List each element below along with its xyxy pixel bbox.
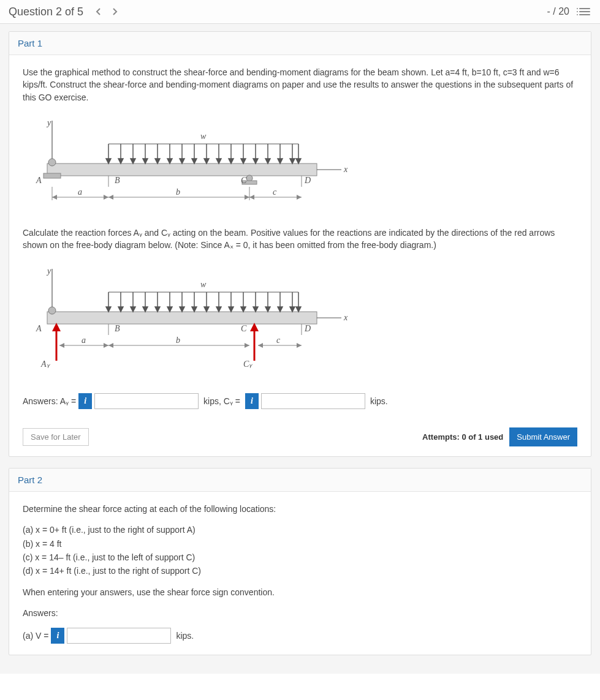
- loc-b: (b) x = 4 ft: [23, 538, 577, 550]
- svg-marker-80: [155, 307, 160, 312]
- svg-text:Aᵧ: Aᵧ: [40, 359, 51, 369]
- question-header: Question 2 of 5 - / 20: [0, 0, 600, 24]
- svg-text:w: w: [200, 280, 207, 289]
- svg-text:x: x: [343, 313, 348, 322]
- svg-marker-76: [131, 307, 135, 312]
- loc-d: (d) x = 14+ ft (i.e., just to the right …: [23, 565, 577, 577]
- svg-marker-92: [229, 307, 234, 312]
- part1-card: Part 1 Use the graphical method to const…: [9, 31, 591, 457]
- svg-marker-88: [204, 307, 209, 312]
- v-a-input[interactable]: [67, 628, 171, 644]
- part1-footer: Save for Later Attempts: 0 of 1 used Sub…: [9, 420, 591, 456]
- part2-answer-a-row: (a) V = i kips.: [23, 628, 577, 644]
- cy-input[interactable]: [261, 393, 365, 409]
- svg-marker-129: [297, 343, 302, 348]
- svg-marker-52: [52, 195, 57, 200]
- svg-text:A: A: [36, 176, 42, 185]
- svg-marker-78: [143, 307, 148, 312]
- svg-marker-24: [192, 159, 197, 164]
- svg-text:w: w: [200, 132, 207, 141]
- svg-marker-53: [104, 195, 108, 200]
- svg-text:y: y: [46, 118, 51, 127]
- ay-input[interactable]: [94, 393, 199, 409]
- svg-text:D: D: [304, 176, 311, 185]
- svg-marker-121: [104, 343, 108, 348]
- svg-marker-104: [296, 307, 301, 312]
- svg-text:x: x: [343, 165, 348, 174]
- svg-marker-38: [278, 159, 283, 164]
- svg-marker-120: [59, 343, 64, 348]
- svg-marker-20: [167, 159, 172, 164]
- svg-text:B: B: [115, 324, 120, 333]
- svg-text:A: A: [36, 324, 42, 333]
- list-menu-icon[interactable]: [578, 5, 591, 18]
- info-icon[interactable]: i: [245, 393, 259, 409]
- svg-marker-74: [118, 307, 123, 312]
- svg-marker-72: [106, 307, 111, 312]
- loc-c: (c) x = 14– ft (i.e., just to the left o…: [23, 551, 577, 563]
- svg-marker-86: [192, 307, 197, 312]
- prev-question-button[interactable]: [92, 5, 105, 18]
- svg-text:a: a: [78, 187, 82, 197]
- svg-text:C: C: [241, 176, 247, 185]
- svg-marker-56: [108, 195, 113, 200]
- svg-text:C: C: [241, 324, 247, 333]
- svg-marker-22: [180, 159, 184, 164]
- svg-marker-57: [245, 195, 249, 200]
- svg-marker-26: [204, 159, 209, 164]
- svg-marker-94: [241, 307, 246, 312]
- svg-text:D: D: [304, 324, 311, 333]
- svg-point-68: [48, 307, 56, 314]
- attempts-text: Attempts: 0 of 1 used: [422, 432, 503, 442]
- svg-text:B: B: [115, 176, 120, 185]
- svg-marker-18: [155, 159, 160, 164]
- svg-text:c: c: [276, 336, 281, 345]
- part2-answers-label: Answers:: [23, 607, 577, 619]
- part2-locations: (a) x = 0+ ft (i.e., just to the right o…: [23, 524, 577, 577]
- info-icon[interactable]: i: [51, 628, 64, 644]
- svg-rect-67: [47, 312, 317, 324]
- svg-marker-96: [253, 307, 258, 312]
- svg-marker-98: [265, 307, 270, 312]
- part1-answers-row: Answers: Aᵧ = i kips, Cᵧ = i kips.: [23, 393, 577, 409]
- svg-marker-125: [245, 343, 249, 348]
- part2-convention: When entering your answers, use the shea…: [23, 586, 577, 598]
- svg-text:Cᵧ: Cᵧ: [243, 359, 253, 369]
- svg-text:c: c: [273, 187, 277, 197]
- part2-intro: Determine the shear force acting at each…: [23, 503, 577, 515]
- score-display: - / 20: [547, 6, 569, 17]
- svg-marker-60: [249, 195, 254, 200]
- part1-intro: Use the graphical method to construct th…: [23, 66, 577, 103]
- save-for-later-button[interactable]: Save for Later: [23, 428, 89, 446]
- svg-marker-36: [265, 159, 270, 164]
- svg-rect-4: [44, 173, 61, 178]
- part1-header: Part 1: [9, 32, 591, 55]
- unit-kips: kips.: [176, 630, 194, 642]
- svg-marker-12: [118, 159, 123, 164]
- svg-point-3: [48, 159, 56, 166]
- submit-answer-button[interactable]: Submit Answer: [509, 427, 577, 446]
- unit-kips: kips.: [370, 395, 388, 407]
- svg-marker-124: [108, 343, 113, 348]
- unit-kips-cy: kips, Cᵧ =: [203, 395, 240, 407]
- svg-marker-40: [290, 159, 295, 164]
- question-title: Question 2 of 5: [9, 6, 83, 18]
- row-a-label: (a) V =: [23, 630, 48, 642]
- chevron-left-icon: [96, 8, 102, 15]
- answers-ay-label: Answers: Aᵧ =: [23, 395, 76, 407]
- svg-marker-34: [253, 159, 258, 164]
- svg-marker-100: [278, 307, 283, 312]
- svg-marker-82: [167, 307, 172, 312]
- svg-marker-14: [131, 159, 135, 164]
- svg-marker-102: [290, 307, 295, 312]
- beam-diagram-1: y w: [23, 115, 577, 216]
- info-icon[interactable]: i: [78, 393, 92, 409]
- next-question-button[interactable]: [108, 5, 121, 18]
- svg-marker-28: [216, 159, 221, 164]
- svg-marker-90: [216, 307, 221, 312]
- svg-rect-2: [47, 164, 317, 176]
- svg-marker-128: [258, 343, 263, 348]
- svg-marker-42: [296, 159, 301, 164]
- loc-a: (a) x = 0+ ft (i.e., just to the right o…: [23, 524, 577, 536]
- svg-marker-16: [143, 159, 148, 164]
